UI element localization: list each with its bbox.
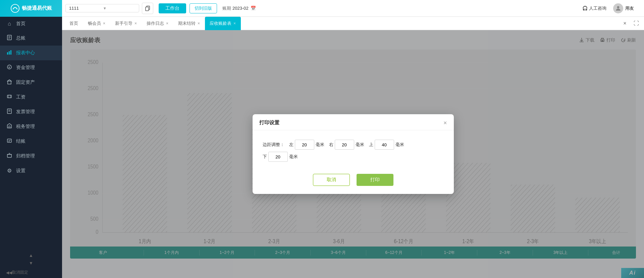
sidebar-label-settings: 设置 <box>16 168 25 174</box>
header-right: 🎧 人工咨询 用友 <box>582 3 641 13</box>
reports-icon <box>6 50 13 56</box>
calendar-icon[interactable]: 📅 <box>251 6 256 11</box>
sidebar-item-archive[interactable]: 归档管理 <box>0 149 62 163</box>
tax-icon <box>6 123 13 130</box>
period-area: 账期 2023-02 📅 <box>222 5 256 11</box>
top-header: 畅捷通易代账 1111 ▾ 工作台 切到旧版 账期 2023-02 📅 🎧 人工… <box>0 0 644 17</box>
svg-rect-15 <box>8 81 11 84</box>
funds-icon: ¥ <box>6 64 13 71</box>
support-area[interactable]: 🎧 人工咨询 <box>582 5 606 11</box>
sidebar-label-assets: 固定资产 <box>16 79 35 85</box>
archive-icon <box>6 153 13 159</box>
sidebar-item-reports[interactable]: 报表中心 <box>0 46 62 60</box>
top-margin-input[interactable] <box>375 140 394 150</box>
tab-aging-close[interactable]: × <box>233 21 236 26</box>
content-area: 首页 畅会员 × 新手引导 × 操作日志 × 期末结转 × 应收账龄表 × <box>62 17 644 278</box>
tab-guide[interactable]: 新手引导 × <box>110 17 142 30</box>
sidebar: ⌂ 首页 总账 报表中心 ¥ 资金管理 <box>0 17 62 278</box>
cancel-button[interactable]: 取消 <box>313 174 350 186</box>
tab-period-end[interactable]: 期末结转 × <box>173 17 205 30</box>
company-selector[interactable]: 1111 ▾ <box>65 4 139 12</box>
margin-row: 边距调整： 左 毫米 右 毫米 <box>263 140 444 162</box>
sidebar-item-tax[interactable]: 税务管理 <box>0 119 62 134</box>
headset-icon: 🎧 <box>582 6 588 11</box>
dialog-body: 边距调整： 左 毫米 右 毫米 <box>253 130 454 168</box>
dialog-header: 打印设置 × <box>253 114 454 130</box>
user-area[interactable]: 用友 <box>613 3 634 13</box>
scroll-up[interactable]: ▲ <box>0 252 62 259</box>
dialog-footer: 取消 打印 <box>253 168 454 194</box>
right-unit: 毫米 <box>356 142 364 148</box>
sidebar-item-funds[interactable]: ¥ 资金管理 <box>0 60 62 75</box>
page-content: 应收账龄表 下载 <box>62 30 644 278</box>
tab-aging[interactable]: 应收账龄表 × <box>205 17 241 30</box>
sidebar-item-assets[interactable]: 固定资产 <box>0 75 62 90</box>
workbench-button[interactable]: 工作台 <box>159 3 186 13</box>
dialog-title: 打印设置 <box>259 120 279 126</box>
cancel-pin-button[interactable]: ◀◀ 取消固定 <box>0 267 62 278</box>
tab-home[interactable]: 首页 <box>65 17 83 30</box>
overlay: 打印设置 × 边距调整： 左 毫米 <box>62 30 644 278</box>
sidebar-item-salary[interactable]: 工资 <box>0 90 62 105</box>
page-inner: 应收账龄表 下载 <box>62 30 644 278</box>
sidebar-label-home: 首页 <box>16 21 25 27</box>
scroll-down[interactable]: ▼ <box>0 259 62 267</box>
svg-rect-16 <box>7 95 11 98</box>
svg-rect-10 <box>7 52 8 55</box>
tab-bar: 首页 畅会员 × 新手引导 × 操作日志 × 期末结转 × 应收账龄表 × <box>62 17 644 30</box>
bottom-margin-input[interactable] <box>268 152 288 162</box>
tab-member-label: 畅会员 <box>88 20 101 26</box>
tab-guide-close[interactable]: × <box>135 21 137 26</box>
tab-period-end-close[interactable]: × <box>198 21 200 26</box>
margin-top-group: 上 毫米 <box>369 140 404 150</box>
close-all-button[interactable]: × <box>620 18 630 28</box>
margin-left-group: 左 毫米 <box>289 140 324 150</box>
settings-icon: ⚙ <box>6 167 13 174</box>
sidebar-item-invoice[interactable]: 发票管理 <box>0 105 62 119</box>
sidebar-item-home[interactable]: ⌂ 首页 <box>0 17 62 31</box>
svg-rect-22 <box>9 126 10 128</box>
print-settings-dialog: 打印设置 × 边距调整： 左 毫米 <box>253 114 454 194</box>
tab-member-close[interactable]: × <box>103 21 105 26</box>
dialog-close-button[interactable]: × <box>443 120 447 126</box>
tab-member[interactable]: 畅会员 × <box>83 17 110 30</box>
right-label: 右 <box>329 142 333 148</box>
margin-bottom-group: 下 毫米 <box>263 152 298 162</box>
margin-right-group: 右 毫米 <box>329 140 364 150</box>
sidebar-item-settlement[interactable]: 结账 <box>0 134 62 149</box>
sidebar-nav: ⌂ 首页 总账 报表中心 ¥ 资金管理 <box>0 17 62 252</box>
ledger-icon <box>6 35 13 42</box>
salary-icon <box>6 94 13 100</box>
copy-button[interactable] <box>142 3 153 14</box>
tab-home-label: 首页 <box>69 20 78 26</box>
tab-oplog-close[interactable]: × <box>166 21 168 26</box>
settlement-icon <box>6 138 13 145</box>
home-icon: ⌂ <box>6 21 13 27</box>
right-margin-input[interactable] <box>335 140 354 150</box>
period-label: 账期 <box>222 5 231 11</box>
svg-rect-24 <box>7 154 11 157</box>
period-value: 2023-02 <box>232 6 249 11</box>
svg-rect-12 <box>10 50 11 55</box>
cancel-pin-label: 取消固定 <box>12 270 28 275</box>
pin-icon: ◀◀ <box>6 270 12 275</box>
tab-oplog[interactable]: 操作日志 × <box>142 17 173 30</box>
avatar <box>613 3 623 13</box>
left-margin-input[interactable] <box>295 140 314 150</box>
support-label: 人工咨询 <box>589 5 606 11</box>
bottom-label: 下 <box>263 154 267 160</box>
sidebar-item-settings[interactable]: ⚙ 设置 <box>0 163 62 178</box>
sidebar-item-ledger[interactable]: 总账 <box>0 31 62 46</box>
assets-icon <box>6 79 13 86</box>
invoice-icon <box>6 109 13 115</box>
switch-version-button[interactable]: 切到旧版 <box>190 3 217 13</box>
left-label: 左 <box>289 142 293 148</box>
tab-guide-label: 新手引导 <box>115 20 132 26</box>
main-layout: ⌂ 首页 总账 报表中心 ¥ 资金管理 <box>0 17 644 278</box>
company-name: 1111 <box>69 6 101 11</box>
app-name: 畅捷通易代账 <box>22 5 52 11</box>
sidebar-label-tax: 税务管理 <box>16 124 35 130</box>
print-confirm-button[interactable]: 打印 <box>357 174 393 186</box>
svg-point-5 <box>617 6 620 8</box>
expand-button[interactable]: ⛶ <box>631 18 641 28</box>
